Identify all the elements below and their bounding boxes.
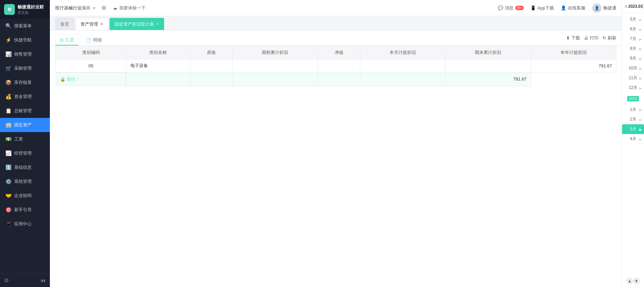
month-7[interactable]: 7月 ▶ [622, 34, 644, 44]
date-panel-expand-icon[interactable]: ⛶ [643, 4, 644, 9]
tab-asset-mgmt[interactable]: 资产管理 ✕ [75, 18, 108, 30]
purchase-icon: 🛒 [5, 65, 11, 71]
sidebar-item-sales[interactable]: 📊 销售管理 [0, 47, 50, 61]
download-label: 下载 [571, 35, 580, 41]
tab-home[interactable]: 首页 [55, 18, 74, 30]
operations-icon: 📈 [5, 150, 11, 156]
nav-arrow-icon: ▶ [639, 118, 642, 121]
month-8[interactable]: 8月 ▶ [622, 44, 644, 54]
month-3-active[interactable]: 3月 ▶ [622, 124, 644, 134]
date-section-2023: 1月 ▶ 2月 ▶ 3月 ▶ 4月 ▶ [622, 103, 644, 145]
sidebar-item-label: 快捷导航 [14, 37, 32, 43]
next-nav-icon[interactable]: ▼ [633, 278, 640, 284]
sales-icon: 📊 [5, 51, 11, 57]
month-6[interactable]: 6月 ▶ [622, 24, 644, 34]
tab-close-green-icon[interactable]: ✕ [156, 22, 159, 26]
online-support-button[interactable]: 👤 在线客服 [561, 5, 585, 11]
experience-button[interactable]: ☁ 我要体验一下 [113, 5, 146, 11]
app-download-button[interactable]: 📱 App下载 [530, 5, 554, 11]
row-code: 05 [56, 59, 126, 72]
col-original-value: 原值 [190, 46, 232, 59]
month-4[interactable]: 4月 ▶ [622, 134, 644, 144]
sidebar-item-label: 新手引导 [14, 207, 32, 213]
tab-close-icon[interactable]: ✕ [100, 22, 103, 26]
sidebar-item-label: 总账管理 [14, 108, 32, 114]
guide-icon: 🎯 [5, 207, 11, 213]
summary-icon: ◎ [60, 37, 64, 42]
month-12[interactable]: 12月 ▶ [622, 83, 644, 93]
year-2023-badge: 2023 [627, 96, 639, 101]
row-annual-depreciation: 791.67 [531, 59, 616, 72]
sidebar-item-search[interactable]: 🔍 搜索菜单 [0, 19, 50, 33]
month-10[interactable]: 10月 ▶ [622, 63, 644, 73]
date-nav-arrows: ▲ ▼ [625, 275, 641, 287]
tab-detail[interactable]: 📄 明细 [81, 35, 106, 45]
col-monthly-depreciation: 本月计提折旧 [360, 46, 445, 59]
sidebar-item-finance[interactable]: 💰 资金管理 [0, 90, 50, 104]
settings-footer-icon[interactable]: ⚙ [4, 277, 9, 284]
month-9[interactable]: 9月 ▶ [622, 54, 644, 63]
avatar: 👤 [592, 3, 602, 13]
experience-label: 我要体验一下 [119, 5, 146, 11]
sidebar-item-label: 资金管理 [14, 94, 32, 100]
sidebar-item-label: 基础信息 [14, 164, 32, 170]
sidebar-scroll: 🔍 搜索菜单 ⚡ 快捷导航 📊 销售管理 🛒 采购管理 📦 库存核算 💰 资金管… [0, 19, 50, 274]
sidebar-item-label: 采购管理 [14, 65, 32, 71]
sidebar-item-guide[interactable]: 🎯 新手引导 [0, 203, 50, 217]
company-selector[interactable]: 医疗器械行业演示 ▼ [55, 5, 96, 11]
download-toolbar-icon: ⬇ [566, 35, 570, 40]
nav-arrow-icon: ▶ [639, 76, 642, 80]
sidebar-item-quick-nav[interactable]: ⚡ 快捷导航 [0, 33, 50, 47]
sidebar-item-fixed-assets[interactable]: 🏢 固定资产 [0, 118, 50, 132]
download-button[interactable]: ⬇ 下载 [566, 35, 580, 41]
date-section-prev: 5月 ▶ 6月 ▶ 7月 ▶ 8月 ▶ 9月 ▶ 10月 ▶ 11月 ▶ 12月 [622, 13, 644, 94]
nav-arrow-icon: ▶ [639, 66, 642, 70]
finance-icon: 💰 [5, 94, 11, 100]
subtotal-monthly-depreciation [318, 72, 360, 86]
month-2[interactable]: 2月 ▶ [622, 115, 644, 124]
prev-nav-icon[interactable]: ▲ [626, 278, 633, 284]
sidebar-item-operations[interactable]: 📈 经营管理 [0, 146, 50, 160]
user-profile[interactable]: 👤 畅捷通 [592, 3, 616, 13]
subtotal-row: 🔒 合计： 791.67 [56, 72, 616, 86]
table-container: 类别编码 类别名称 原值 期初累计折旧 净值 本月计提折旧 期末累计折旧 本年计… [50, 46, 622, 287]
toolbar: ⬇ 下载 🖨 打印 ↻ 刷新 [561, 32, 622, 44]
date-year-label: 2023.03 [628, 3, 643, 10]
month-5[interactable]: 5月 ▶ [622, 14, 644, 24]
refresh-icon: ↻ [603, 35, 606, 40]
tab-summary[interactable]: ◎ 汇总 [55, 34, 79, 45]
table-body: 05 电子设备 791.67 🔒 合计： [56, 59, 616, 86]
settings-icon[interactable]: ⚙ [101, 5, 106, 11]
sidebar-footer: ⚙ ⏮ [0, 274, 50, 287]
depreciation-table: 类别编码 类别名称 原值 期初累计折旧 净值 本月计提折旧 期末累计折旧 本年计… [55, 46, 616, 86]
message-button[interactable]: 💬 消息 99+ [498, 5, 524, 11]
refresh-label: 刷新 [608, 35, 616, 41]
nav-arrow-icon: ▶ [639, 137, 642, 141]
sidebar-item-ledger[interactable]: 📋 总账管理 [0, 104, 50, 118]
page-content: ◎ 汇总 📄 明细 ⬇ 下载 🖨 打印 ↻ [50, 30, 622, 287]
nav-arrow-icon: ▶ [639, 47, 642, 51]
sidebar-item-system[interactable]: ⚙️ 系统管理 [0, 174, 50, 189]
message-label: 消息 [505, 5, 514, 11]
month-1[interactable]: 1月 ▶ [622, 105, 644, 115]
sidebar-item-payroll[interactable]: 💵 工资 [0, 132, 50, 146]
sidebar-item-app-center[interactable]: 📱 应用中心 [0, 217, 50, 231]
collapse-icon[interactable]: ⏮ [40, 278, 46, 284]
sidebar-item-purchase[interactable]: 🛒 采购管理 [0, 61, 50, 75]
col-code: 类别编码 [56, 46, 126, 59]
month-11[interactable]: 11月 ▶ [622, 73, 644, 83]
print-button[interactable]: 🖨 打印 [584, 35, 599, 41]
sidebar-item-basic-info[interactable]: ℹ️ 基础信息 [0, 160, 50, 174]
sidebar-header: 财 畅捷通好业财 普及版 [0, 0, 50, 19]
sidebar-item-cooperation[interactable]: 🤝 企业协同 [0, 189, 50, 203]
refresh-button[interactable]: ↻ 刷新 [603, 35, 616, 41]
date-panel-close-icon[interactable]: ✕ [624, 4, 628, 9]
subtotal-icon: 🔒 [60, 77, 65, 82]
year-badge-row: 2023 [627, 94, 639, 103]
quick-nav-icon: ⚡ [5, 37, 11, 43]
sidebar-item-inventory[interactable]: 📦 库存核算 [0, 75, 50, 90]
system-icon: ⚙️ [5, 179, 11, 185]
col-end-depreciation: 期末累计折旧 [446, 46, 531, 59]
subtotal-net-value [233, 72, 318, 86]
tab-depreciation-table[interactable]: 固定资产折旧统计表 ✕ [110, 18, 164, 30]
